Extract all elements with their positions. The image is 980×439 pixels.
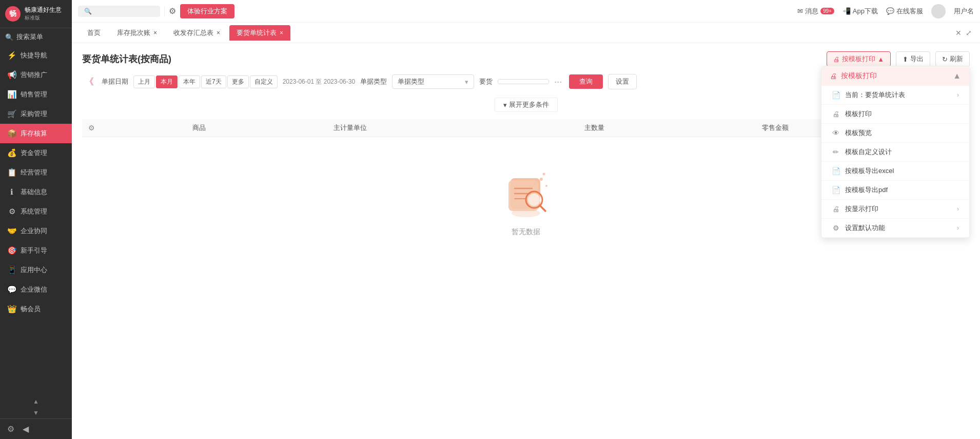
apps-icon: 📱 xyxy=(7,265,16,275)
order-type-placeholder: 单据类型 xyxy=(398,77,424,86)
app-download-btn[interactable]: 📲 App下载 xyxy=(842,7,878,16)
date-btn-custom[interactable]: 自定义 xyxy=(250,75,278,88)
tab-collection-close[interactable]: × xyxy=(217,30,220,36)
dropdown-set-default[interactable]: ⚙ 设置默认功能 › xyxy=(821,219,969,238)
date-btn-more[interactable]: 更多 xyxy=(227,75,249,88)
dropdown-template-pdf[interactable]: 📄 按模板导出pdf xyxy=(821,181,969,200)
system-icon: ⚙ xyxy=(7,207,16,216)
tab-home[interactable]: 首页 xyxy=(80,25,108,41)
export-btn[interactable]: ⬆ 导出 xyxy=(896,51,930,67)
dropdown-template-excel[interactable]: 📄 按模板导出excel xyxy=(821,162,969,181)
sidebar-item-finance[interactable]: 💰 资金管理 xyxy=(0,143,72,163)
basic-icon: ℹ xyxy=(7,187,16,197)
order-type-select[interactable]: 单据类型 ▾ xyxy=(392,74,474,89)
message-btn[interactable]: ✉ 消息 99+ xyxy=(797,7,834,16)
printer-icon: 🖨 xyxy=(833,55,840,63)
sidebar-item-label: 系统管理 xyxy=(21,207,47,216)
expand-label: 展开更多条件 xyxy=(509,100,549,109)
online-service-btn[interactable]: 💬 在线客服 xyxy=(886,7,923,16)
sidebar-footer: ⚙ ◀ xyxy=(0,418,72,439)
topbar-search[interactable]: 🔍 xyxy=(78,6,160,17)
sidebar-item-inventory[interactable]: 📦 库存核算 xyxy=(0,124,72,143)
sidebar-item-system[interactable]: ⚙ 系统管理 xyxy=(0,202,72,221)
dropdown-set-default-label: 设置默认功能 xyxy=(845,223,952,233)
pdf-icon: 📄 xyxy=(832,186,840,194)
dropdown-template-print[interactable]: 🖨 模板打印 xyxy=(821,105,969,124)
sales-icon: 📊 xyxy=(7,90,16,99)
tab-collection[interactable]: 收发存汇总表 × xyxy=(166,25,227,41)
topbar-settings-icon[interactable]: ⚙ xyxy=(169,6,176,16)
sidebar-scroll-up[interactable]: ▲ xyxy=(0,396,72,407)
app-tag: 标准版 xyxy=(25,14,62,22)
print-dropdown-close[interactable]: ▲ xyxy=(953,71,961,81)
tab-collection-label: 收发存汇总表 xyxy=(173,28,213,37)
date-btn-this-year[interactable]: 本年 xyxy=(179,75,200,88)
dropdown-display-print-arrow: › xyxy=(957,205,959,213)
eye-icon: 👁 xyxy=(832,129,840,137)
footer-settings-icon[interactable]: ⚙ xyxy=(7,424,14,434)
sidebar-item-wechat[interactable]: 💬 企业微信 xyxy=(0,280,72,299)
wechat-icon: 💬 xyxy=(7,285,16,294)
svg-line-8 xyxy=(540,205,545,211)
app-name: 畅康通好生意 xyxy=(25,6,62,14)
sidebar-item-sales[interactable]: 📊 销售管理 xyxy=(0,85,72,104)
logo-text-block: 畅康通好生意 标准版 xyxy=(25,6,62,22)
col-settings[interactable]: ⚙ xyxy=(82,119,186,137)
sidebar-item-quick-nav[interactable]: ⚡ 快捷导航 xyxy=(0,46,72,65)
tab-window-close[interactable]: ✕ xyxy=(955,29,962,37)
tab-batch-close[interactable]: × xyxy=(153,30,157,36)
filter-collapse-btn[interactable]: 《 xyxy=(82,74,96,89)
print-template-btn[interactable]: 🖨 按模板打印 ▲ xyxy=(827,51,891,67)
sidebar-item-label: 经营管理 xyxy=(21,168,47,177)
expand-icon: ▾ xyxy=(503,101,507,109)
dropdown-template-design[interactable]: ✏ 模板自定义设计 xyxy=(821,143,969,162)
sidebar-search[interactable]: 🔍 搜索菜单 xyxy=(0,28,72,46)
date-btn-this-month[interactable]: 本月 xyxy=(156,75,178,88)
sidebar-item-guide[interactable]: 🎯 新手引导 xyxy=(0,241,72,260)
sidebar-item-apps[interactable]: 📱 应用中心 xyxy=(0,260,72,280)
query-btn[interactable]: 查询 xyxy=(569,74,603,89)
sidebar-item-operation[interactable]: 📋 经营管理 xyxy=(0,163,72,182)
dropdown-template-preview-label: 模板预览 xyxy=(845,128,959,138)
tab-right-controls: ✕ ⤢ xyxy=(955,29,972,37)
more-options-icon[interactable]: ··· xyxy=(554,77,562,87)
refresh-btn[interactable]: ↻ 刷新 xyxy=(935,51,970,67)
topbar-right: ✉ 消息 99+ 📲 App下载 💬 在线客服 用户名 xyxy=(797,4,974,18)
sidebar-item-basic[interactable]: ℹ 基础信息 xyxy=(0,182,72,202)
sidebar-item-marketing[interactable]: 📢 营销推广 xyxy=(0,65,72,85)
expand-more-btn[interactable]: ▾ 展开更多条件 xyxy=(495,98,558,112)
tab-batch[interactable]: 库存批次账 × xyxy=(110,25,164,41)
dropdown-display-print[interactable]: 🖨 按显示打印 › xyxy=(821,200,969,219)
message-icon: ✉ xyxy=(797,7,803,15)
finance-icon: 💰 xyxy=(7,148,16,158)
sidebar-scroll-down[interactable]: ▼ xyxy=(0,407,72,418)
tab-window-expand[interactable]: ⤢ xyxy=(966,29,972,37)
footer-collapse-icon[interactable]: ◀ xyxy=(23,424,29,434)
user-avatar[interactable] xyxy=(931,4,946,18)
date-range-display: 2023-06-01 至 2023-06-30 xyxy=(283,78,355,86)
marketing-icon: 📢 xyxy=(7,70,16,80)
tab-batch-label: 库存批次账 xyxy=(117,28,150,37)
date-btn-last-month[interactable]: 上月 xyxy=(133,75,155,88)
topbar-divider xyxy=(164,6,165,16)
col-quantity: 主数量 xyxy=(578,119,756,137)
tab-order-stat[interactable]: 要货单统计表 × xyxy=(229,25,290,41)
col-goods: 商品 xyxy=(186,119,327,137)
sidebar-item-cooperation[interactable]: 🤝 企业协同 xyxy=(0,221,72,241)
svg-point-11 xyxy=(543,173,545,176)
table-settings-icon[interactable]: ⚙ xyxy=(88,124,95,132)
trial-btn[interactable]: 体验行业方案 xyxy=(180,4,234,18)
sidebar-item-member[interactable]: 👑 畅会员 xyxy=(0,299,72,319)
sidebar-item-purchase[interactable]: 🛒 采购管理 xyxy=(0,104,72,124)
settings-btn[interactable]: 设置 xyxy=(608,74,637,89)
tab-order-stat-close[interactable]: × xyxy=(280,30,283,36)
dropdown-set-default-arrow: › xyxy=(957,224,959,232)
dropdown-current-template[interactable]: 📄 当前：要货单统计表 › xyxy=(821,86,969,105)
display-print-icon: 🖨 xyxy=(832,205,840,213)
date-btn-7days[interactable]: 近7天 xyxy=(201,75,226,88)
dropdown-template-preview[interactable]: 👁 模板预览 xyxy=(821,124,969,143)
goods-filter-input[interactable] xyxy=(498,79,549,84)
doc-icon: 📄 xyxy=(832,91,840,99)
scroll-up-icon: ▲ xyxy=(33,398,39,405)
print-dropdown-printer-icon: 🖨 xyxy=(830,72,837,80)
